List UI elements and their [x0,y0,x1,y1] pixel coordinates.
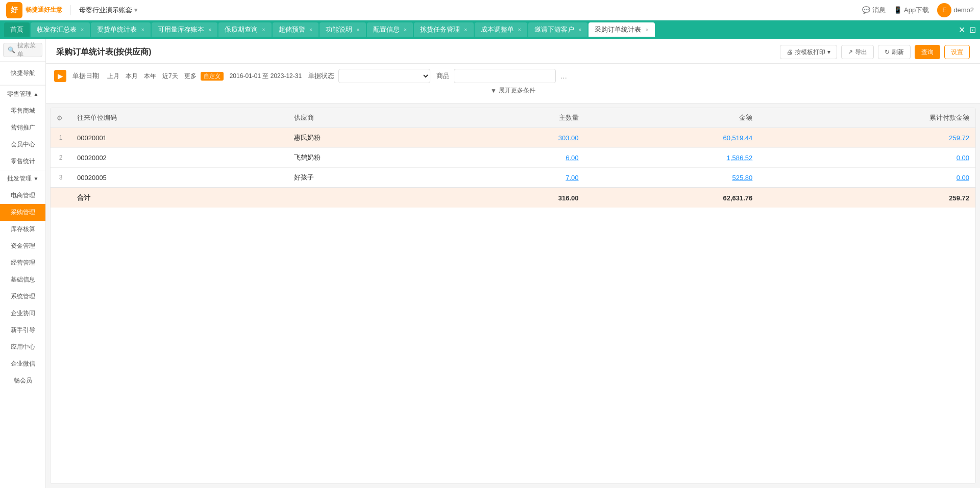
shortcut-more[interactable]: 更多 [182,71,199,82]
row-num: 3 [51,168,71,188]
print-arrow: ▾ [827,48,830,56]
shortcut-this-year[interactable]: 本年 [142,71,158,82]
tab-label: 拣货任务管理 [420,25,460,34]
sidebar-item-app-center[interactable]: 应用中心 [0,339,45,355]
filter-toggle-btn[interactable]: ▶ [54,70,66,82]
app-download-btn[interactable]: 📱 App下载 [894,6,929,15]
nav-maximize-btn[interactable]: ⊡ [969,25,976,35]
sidebar-item-retail-mgmt[interactable]: 零售管理 ▲ [0,85,45,102]
close-icon[interactable]: × [208,27,211,33]
finance-mgmt-label: 资金管理 [11,242,35,250]
sidebar-item-purchase-mgmt[interactable]: 采购管理 [0,204,45,221]
tab-config-info[interactable]: 配置信息 × [367,22,413,37]
tab-label: 成本调整单 [481,25,514,34]
sidebar-item-new-guide[interactable]: 新手引导 [0,322,45,339]
new-guide-label: 新手引导 [11,326,35,335]
shortcut-this-month[interactable]: 本月 [124,71,140,82]
wholesale-mgmt-label: 批发管理 [7,174,32,183]
sidebar-item-retail-shop[interactable]: 零售商城 [0,102,45,119]
tab-receive-summary[interactable]: 收发存汇总表 × [31,22,90,37]
settings-btn[interactable]: 设置 [944,45,970,59]
amount-cell[interactable]: 525.80 [585,168,759,188]
goods-input[interactable] [454,69,556,83]
close-icon[interactable]: × [81,27,84,33]
sidebar-item-marketing[interactable]: 营销推广 [0,119,45,136]
sidebar-item-finance-mgmt[interactable]: 资金管理 [0,238,45,254]
close-icon[interactable]: × [518,27,521,33]
amount-cell[interactable]: 60,519.44 [585,128,759,148]
table-row[interactable]: 2 00020002 飞鹤奶粉 6.00 1,586.52 0.00 [51,148,975,168]
goods-label: 商品 [436,71,450,81]
close-icon[interactable]: × [578,27,581,33]
table-row[interactable]: 1 00020001 惠氏奶粉 303.00 60,519.44 259.72 [51,128,975,148]
tab-pick-task[interactable]: 拣货任务管理 × [414,22,473,37]
nav-tabs-end: ✕ ⊡ [959,25,976,35]
shortcut-last-month[interactable]: 上月 [105,71,121,82]
tab-overstock-warning[interactable]: 超储预警 × [273,22,318,37]
sidebar-item-wholesale-mgmt[interactable]: 批发管理 ▼ [0,170,45,187]
paid-amount-cell[interactable]: 0.00 [758,148,975,168]
member-center-label: 会员中心 [11,140,35,149]
close-icon[interactable]: × [356,27,359,33]
sidebar-search-btn[interactable]: 🔍 搜索菜单 [3,43,42,57]
close-icon[interactable]: × [404,27,407,33]
purchase-mgmt-label: 采购管理 [11,208,35,217]
close-icon[interactable]: × [645,27,648,33]
sidebar-item-vip[interactable]: 畅会员 [0,372,45,389]
amount-cell[interactable]: 1,586.52 [585,148,759,168]
qty-cell[interactable]: 303.00 [449,128,584,148]
tab-cost-adjust[interactable]: 成本调整单 × [475,22,527,37]
user-area[interactable]: E demo2 [937,3,974,17]
sidebar-item-member-center[interactable]: 会员中心 [0,136,45,153]
close-icon[interactable]: × [309,27,312,33]
divider [70,5,71,15]
date-input-group: 2016-01-01 至 2023-12-31 [230,72,302,81]
logo-icon: 好 [6,2,22,18]
table-row[interactable]: 3 00020005 好孩子 7.00 525.80 0.00 [51,168,975,188]
sidebar-item-quicknav[interactable]: 快捷导航 [0,65,45,82]
paid-amount-cell[interactable]: 0.00 [758,168,975,188]
sidebar-item-basic-info[interactable]: 基础信息 [0,271,45,288]
expand-btn[interactable]: ▼ 展开更多条件 [491,86,535,95]
query-btn[interactable]: 查询 [915,45,940,59]
custom-tag[interactable]: 自定义 [201,72,224,81]
user-name: demo2 [953,6,974,14]
sidebar-item-operations-mgmt[interactable]: 经营管理 [0,254,45,271]
message-btn[interactable]: 💬 消息 [862,6,886,15]
tab-available-stock[interactable]: 可用量库存账本 × [152,22,217,37]
status-select[interactable] [338,69,430,83]
tab-invite-downstream[interactable]: 邀请下游客户 × [528,22,587,37]
tab-expiry-query[interactable]: 保质期查询 × [218,22,271,37]
close-icon[interactable]: × [141,27,144,33]
close-icon[interactable]: × [262,27,265,33]
more-options-icon[interactable]: … [560,72,567,80]
breadcrumb-text: 母婴行业演示账套 [79,6,132,15]
sidebar-item-system-mgmt[interactable]: 系统管理 [0,288,45,305]
footer-label: 合计 [71,188,288,208]
sidebar-item-ecommerce-mgmt[interactable]: 电商管理 [0,187,45,204]
sidebar-item-enterprise-collab[interactable]: 企业协同 [0,305,45,322]
export-btn[interactable]: ↗ 导出 [841,45,874,59]
nav-tabs: 首页 收发存汇总表 × 要货单统计表 × 可用量库存账本 × 保质期查询 × 超… [0,20,980,39]
qty-cell[interactable]: 7.00 [449,168,584,188]
col-settings[interactable]: ⚙ [51,108,71,128]
table-header-row: ⚙ 往来单位编码 供应商 主数量 金额 累计付款金额 [51,108,975,128]
footer-paid-amount: 259.72 [758,188,975,208]
sidebar-item-enterprise-wechat[interactable]: 企业微信 [0,355,45,372]
shortcut-7days[interactable]: 近7天 [160,71,180,82]
nav-close-btn[interactable]: ✕ [959,25,965,35]
qty-cell[interactable]: 6.00 [449,148,584,168]
sidebar-item-inventory-check[interactable]: 库存核算 [0,221,45,238]
tab-function-desc[interactable]: 功能说明 × [320,22,365,37]
tab-purchase-summary[interactable]: 采购订单统计表 × [589,22,654,37]
data-table: ⚙ 往来单位编码 供应商 主数量 金额 累计付款金额 1 00020001 惠氏… [51,108,975,208]
close-icon[interactable]: × [464,27,467,33]
print-btn[interactable]: 🖨 按模板打印 ▾ [780,45,837,59]
breadcrumb-arrow: ▾ [134,6,138,14]
top-bar-left: 好 畅捷通好生意 母婴行业演示账套 ▾ [6,2,138,18]
tab-order-summary[interactable]: 要货单统计表 × [91,22,150,37]
refresh-btn[interactable]: ↻ 刷新 [878,45,911,59]
tab-home[interactable]: 首页 [4,22,30,37]
paid-amount-cell[interactable]: 259.72 [758,128,975,148]
sidebar-item-retail-stats[interactable]: 零售统计 [0,153,45,170]
